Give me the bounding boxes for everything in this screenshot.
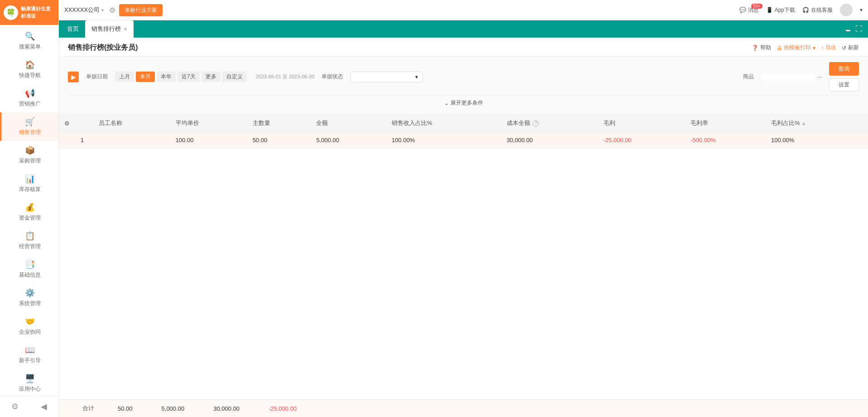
- basic-icon: 📑: [25, 259, 35, 269]
- collab-icon: 🤝: [25, 316, 35, 326]
- export-icon: ↑: [821, 45, 824, 51]
- export-button[interactable]: ↑ 导出: [821, 44, 836, 52]
- row-rank: 1: [75, 132, 93, 149]
- date-btn-this-month[interactable]: 本月: [136, 72, 155, 82]
- date-btn-7days[interactable]: 近7天: [177, 72, 200, 82]
- row-amount: 5,000.00: [311, 132, 386, 149]
- col-amount: 全额: [311, 115, 386, 132]
- row-gross-profit: -25,000.00: [598, 132, 686, 149]
- row-gross-margin: -500.00%: [685, 132, 766, 149]
- sidebar-label: 基础信息: [19, 271, 41, 279]
- chevron-down-icon: ▾: [101, 8, 104, 13]
- avatar[interactable]: [840, 4, 853, 16]
- message-icon: 💬: [739, 7, 746, 13]
- sidebar-label: 企业协同: [19, 328, 41, 336]
- sidebar-item-sales[interactable]: 🛒销售管理: [0, 112, 58, 141]
- message-button[interactable]: 💬 99+ 消息: [739, 6, 759, 14]
- sidebar-label: 资金管理: [19, 214, 41, 222]
- app-logo: 🍀 畅康通好生意 标准版: [0, 0, 58, 25]
- col-gross-margin: 毛利率: [685, 115, 766, 132]
- date-btn-more[interactable]: 更多: [201, 72, 221, 82]
- sidebar-item-search[interactable]: 🔍搜索菜单: [0, 27, 58, 55]
- app-download-button[interactable]: 📱 App下载: [766, 6, 795, 14]
- settings-bottom-icon[interactable]: ⚙: [10, 400, 20, 413]
- page-actions: ❓ 帮助 🖨 按模板打印 ▾ ↑ 导出 ↺ 刷新: [752, 44, 859, 52]
- sidebar-item-system[interactable]: ⚙️系统管理: [0, 283, 58, 312]
- row-sales-ratio: 100.00%: [386, 132, 501, 149]
- sidebar-item-finance[interactable]: 💰资金管理: [0, 198, 58, 226]
- date-btn-this-year[interactable]: 本年: [157, 72, 176, 82]
- collapse-icon[interactable]: ◀: [39, 400, 49, 413]
- filter-direction-button[interactable]: ▶: [68, 72, 79, 82]
- sales-ranking-tab-label: 销售排行榜: [91, 25, 121, 33]
- help-button[interactable]: ❓ 帮助: [752, 44, 771, 52]
- search-icon: 🔍: [25, 31, 35, 41]
- settings-button[interactable]: 设置: [829, 78, 859, 91]
- query-button[interactable]: 查询: [829, 62, 859, 76]
- goods-filter: ···: [761, 74, 822, 80]
- table-footer: 合计 50.00 5,000.00 30,000.00 -25,000.00: [59, 399, 868, 417]
- date-btn-last-month[interactable]: 上月: [115, 72, 134, 82]
- gear-icon[interactable]: ⚙: [109, 6, 115, 14]
- status-select-wrapper: ▾: [350, 72, 736, 82]
- sort-icon[interactable]: ▲: [801, 121, 806, 126]
- col-quantity: 主数量: [247, 115, 311, 132]
- system-icon: ⚙️: [25, 288, 35, 298]
- experience-button[interactable]: 体验行业方案: [119, 4, 163, 16]
- sidebar-bottom: ⚙ ◀: [0, 396, 58, 417]
- table-row[interactable]: 1 100.00 50.00 5,000.00 100.00% 30,000.0…: [59, 132, 868, 149]
- date-btn-custom[interactable]: 自定义: [222, 72, 247, 82]
- page-title: 销售排行榜(按业务员): [68, 43, 138, 53]
- header-right: 💬 99+ 消息 📱 App下载 🎧 在线客服 ▾: [739, 4, 863, 16]
- expand-button[interactable]: ⌄ 展开更多条件: [439, 97, 489, 109]
- company-selector[interactable]: XXXXXX公司 ▾: [64, 6, 104, 14]
- col-employee-name: 员工名称: [93, 115, 170, 132]
- sidebar-item-apps[interactable]: 🖥️应用中心: [0, 369, 58, 396]
- main-area: XXXXXX公司 ▾ ⚙ 体验行业方案 💬 99+ 消息 📱 App下载 🎧 在…: [59, 0, 868, 417]
- sidebar-label: 经营管理: [19, 243, 41, 250]
- refresh-icon: ↺: [842, 45, 846, 51]
- goods-input[interactable]: [761, 74, 815, 80]
- minimize-icon[interactable]: 🗕: [844, 25, 852, 33]
- sidebar-item-inventory[interactable]: 📊库存核算: [0, 169, 58, 198]
- tab-sales-ranking[interactable]: 销售排行榜 ✕: [85, 20, 134, 38]
- sidebar-label: 搜索菜单: [19, 43, 41, 51]
- top-header: XXXXXX公司 ▾ ⚙ 体验行业方案 💬 99+ 消息 📱 App下载 🎧 在…: [59, 0, 868, 20]
- goods-more-icon[interactable]: ···: [817, 74, 822, 80]
- sidebar-item-basic[interactable]: 📑基础信息: [0, 255, 58, 283]
- logo-icon: 🍀: [4, 5, 18, 20]
- footer-amount: 5,000.00: [156, 405, 190, 412]
- col-settings[interactable]: ⚙: [59, 115, 75, 132]
- sidebar-item-marketing[interactable]: 📢营销推广: [0, 84, 58, 112]
- tab-bar-actions: 🗕 ⛶: [844, 25, 866, 33]
- operations-icon: 📋: [25, 231, 35, 241]
- row-avg-price: 100.00: [170, 132, 247, 149]
- footer-quantity: 50.00: [112, 405, 138, 412]
- sidebar-item-collab[interactable]: 🤝企业协同: [0, 312, 58, 340]
- template-print-button[interactable]: 🖨 按模板打印 ▾: [777, 44, 815, 52]
- app-download-icon: 📱: [766, 7, 773, 13]
- username[interactable]: ▾: [860, 7, 863, 13]
- refresh-button[interactable]: ↺ 刷新: [842, 44, 859, 52]
- footer-label: 合计: [64, 404, 94, 412]
- sidebar-item-operations[interactable]: 📋经营管理: [0, 226, 58, 255]
- purchase-icon: 📦: [25, 145, 35, 155]
- filter-buttons: 查询 设置: [829, 62, 859, 91]
- sidebar-label: 应用中心: [19, 385, 41, 393]
- tab-home[interactable]: 首页: [61, 20, 85, 38]
- maximize-icon[interactable]: ⛶: [855, 25, 863, 33]
- date-filters: 上月 本月 本年 近7天 更多 自定义: [115, 72, 247, 82]
- sidebar-item-guide[interactable]: 📖新手引导: [0, 340, 58, 369]
- message-badge: 99+: [751, 4, 762, 9]
- help-icon: ❓: [752, 45, 758, 51]
- sidebar-item-purchase[interactable]: 📦采购管理: [0, 141, 58, 169]
- sidebar-item-quick-nav[interactable]: 🏠快捷导航: [0, 55, 58, 84]
- table-header-row: ⚙ 员工名称 平均单价 主数量 全额 销售收入占比% 成本全额 ? 毛利 毛利率…: [59, 115, 868, 132]
- guide-icon: 📖: [25, 345, 35, 355]
- apps-icon: 🖥️: [25, 374, 35, 383]
- status-select[interactable]: ▾: [350, 72, 423, 82]
- close-icon[interactable]: ✕: [124, 27, 127, 32]
- sidebar-label: 新手引导: [19, 357, 41, 364]
- sidebar-label: 库存核算: [19, 186, 41, 193]
- online-service-button[interactable]: 🎧 在线客服: [802, 6, 833, 14]
